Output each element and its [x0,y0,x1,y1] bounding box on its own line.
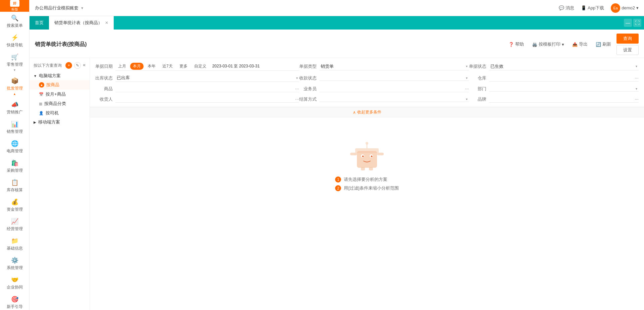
sidebar-item-search[interactable]: 🔍 搜索菜单 [0,12,29,31]
doctype-value: 销货单 [321,63,334,69]
date-btn-more[interactable]: 更多 [177,63,190,70]
doctype-select[interactable]: 销货单 ▾ [319,63,469,70]
settings-button[interactable]: 设置 [616,45,639,55]
sidebar-item-finance[interactable]: 💰 资金管理 [0,196,29,215]
system-icon: ⚙️ [11,257,18,264]
dept-select[interactable]: ▾ [489,86,639,92]
receiver-input[interactable] [115,97,292,102]
sidebar: 好 标版 🔍 搜索菜单 ⚡ 快捷导航 🛒 零售管理 ▼ 📦 批发管理 ▲ 📣 营… [0,0,30,310]
svg-rect-8 [361,167,365,170]
sidebar-item-system[interactable]: ⚙️ 系统管理 [0,254,29,273]
purchase-icon: 🛍️ [11,159,18,167]
date-btn-custom[interactable]: 自定义 [192,63,209,70]
empty-step-2: 2 用[过滤]条件来缩小分析范围 [335,185,398,191]
outstatus-select[interactable]: 已出库 ▾ [115,74,299,82]
sidebar-item-marketing[interactable]: 📣 营销推广 [0,98,29,118]
tree-mobile-expand-icon: ▶ [34,120,36,124]
goods-value: ··· [115,85,299,92]
date-btn-last-month[interactable]: 上月 [115,63,129,70]
app-logo[interactable]: 好 标版 [0,0,29,12]
payment-status-select[interactable]: ▾ [319,75,469,81]
dept-label: 部门 [469,86,489,92]
tree-mobile-section[interactable]: ▶ 移动端方案 [30,118,90,126]
date-range-text: 2023-03-01 至 2023-03-31 [212,63,260,69]
date-filter: 上月 本月 本年 近7天 更多 自定义 2023-03-01 至 2023-03… [115,63,260,70]
tab-close-icon[interactable]: ✕ [105,20,108,25]
sidebar-item-newbie[interactable]: 🎯 新手引导 [0,293,29,310]
warehouse-dots[interactable]: ··· [635,75,639,81]
goods-dots[interactable]: ··· [295,86,299,91]
filter-outstatus-field: 出库状态 已出库 ▾ [95,74,299,82]
tree-item-by-goods[interactable]: ● 按商品 [30,80,90,90]
tab-sales-report[interactable]: 销货单统计表（按商品） ✕ [49,16,114,30]
sidebar-item-operations[interactable]: 📈 经营管理 [0,215,29,235]
user-menu[interactable]: Ea demo2 ▾ [611,3,639,13]
marketing-icon: 📣 [11,101,18,108]
topbar-dropdown-icon[interactable]: ▾ [81,6,83,10]
sidebar-item-sales[interactable]: 📊 销售管理 [0,118,29,137]
print-button[interactable]: 🖨️ 按模板打印 ▾ [529,40,567,49]
logo-text: 标版 [11,7,18,12]
date-btn-this-year[interactable]: 本年 [145,63,158,70]
sidebar-label-basic: 基础信息 [7,246,23,251]
help-button[interactable]: ❓ 帮助 [506,40,527,49]
salesman-dots[interactable]: ··· [465,86,469,91]
warehouse-input[interactable] [489,75,632,81]
sidebar-item-inventory[interactable]: 📋 库存核算 [0,176,29,196]
sidebar-label-retail: 零售管理 [7,62,23,67]
sidebar-label-marketing: 营销推广 [7,109,23,115]
tree-pc-section[interactable]: ▼ 电脑端方案 [30,71,90,80]
refresh-icon: 🔄 [596,42,601,47]
add-scheme-button[interactable]: + [65,62,72,69]
sidebar-item-collab[interactable]: 🤝 企业协同 [0,273,29,293]
sidebar-item-wholesale[interactable]: 📦 批发管理 ▲ [0,74,29,98]
sidebar-item-ecommerce[interactable]: 🌐 电商管理 [0,137,29,157]
message-button[interactable]: 💬 消息 [559,5,574,11]
left-panel: 按以下方案查询 + ✎ « ▼ 电脑端方案 ● 按商品 [30,58,90,310]
operations-icon: 📈 [11,218,18,225]
sidebar-item-purchase[interactable]: 🛍️ 采购管理 [0,157,29,176]
tree-item-by-month-goods[interactable]: 📅 按月+商品 [30,90,90,99]
tree-item-by-category[interactable]: ▦ 按商品分类 [30,99,90,108]
wholesale-icon: 📦 [11,77,18,85]
tree-label-month-goods: 按月+商品 [46,91,66,97]
export-button[interactable]: 📤 导出 [570,40,590,49]
payment-status-chevron: ▾ [466,76,468,80]
tree-item-by-driver[interactable]: 👤 按司机 [30,108,90,118]
sidebar-label-purchase: 采购管理 [7,168,23,173]
filter-payment-status-field: 收款状态 ▾ [299,75,469,81]
sidebar-item-quicknav[interactable]: ⚡ 快捷导航 [0,31,29,51]
collapse-panel-button[interactable]: « [83,62,86,69]
warehouse-value: ··· [489,74,639,82]
docstatus-select[interactable]: 已生效 ▾ [489,63,639,70]
warehouse-label: 仓库 [469,75,489,81]
tab-maximize-button[interactable]: ⛶ [633,19,641,27]
sidebar-label-collab: 企业协同 [7,285,23,290]
content-body: 按以下方案查询 + ✎ « ▼ 电脑端方案 ● 按商品 [30,58,644,310]
filter-row-3: 商品 ··· 业务员 ··· [95,85,639,92]
driver-icon: 👤 [39,111,44,115]
logo-icon: 好 [10,0,19,7]
date-btn-this-month[interactable]: 本月 [130,63,144,70]
brand-input[interactable] [489,97,632,102]
tab-home[interactable]: 首页 [30,16,49,30]
edit-scheme-button[interactable]: ✎ [74,62,81,69]
brand-dots[interactable]: ··· [635,96,639,102]
svg-point-5 [371,156,373,157]
tab-minimize-button[interactable]: — [624,19,632,27]
payment-method-select[interactable]: ▾ [319,97,469,102]
date-btn-7days[interactable]: 近7天 [160,63,175,70]
goods-input[interactable] [115,86,292,91]
app-download-button[interactable]: 📱 App下载 [581,5,604,11]
query-button[interactable]: 查询 [616,34,639,44]
refresh-button[interactable]: 🔄 刷新 [593,40,614,49]
finance-icon: 💰 [11,198,18,206]
salesman-input[interactable] [319,86,463,91]
svg-point-11 [366,142,368,145]
main-area: 办公用品行业模拟账套 ▾ 💬 消息 📱 App下载 Ea demo2 ▾ 首页 … [30,0,644,310]
tab-home-label: 首页 [35,20,44,26]
receiver-dots[interactable]: ··· [295,96,299,102]
sidebar-item-basic[interactable]: 📁 基础信息 [0,235,29,254]
sidebar-item-retail[interactable]: 🛒 零售管理 ▼ [0,51,29,74]
collapse-filter-bar[interactable]: ∧ 收起更多条件 [90,107,644,117]
